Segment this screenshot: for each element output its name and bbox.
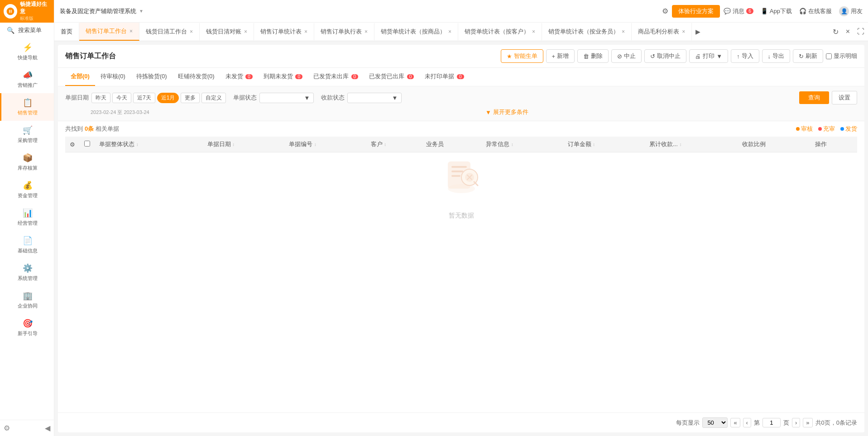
first-page-btn[interactable]: « xyxy=(730,418,740,427)
tab-product-margin-close[interactable]: × xyxy=(682,28,685,35)
review-action[interactable]: 审核 xyxy=(796,125,813,133)
set-btn[interactable]: 设置 xyxy=(832,91,857,104)
table-scroll[interactable]: ⚙ 单据整体状态 ↕ 单据日期 xyxy=(65,137,857,409)
delete-btn[interactable]: 🗑 删除 xyxy=(577,49,609,63)
tab-sales-stats-customer-close[interactable]: × xyxy=(532,28,535,35)
show-detail-checkbox[interactable] xyxy=(826,53,832,59)
sidebar-item-search[interactable]: 🔍 搜索菜单 xyxy=(0,23,54,38)
sidebar-item-enterprise[interactable]: 🏢 企业协同 xyxy=(0,286,54,314)
settings-icon[interactable]: ⚙ xyxy=(4,424,10,432)
export-btn[interactable]: ↓ 导出 xyxy=(762,49,791,63)
review-label: 审核 xyxy=(801,125,813,133)
tab-scroll-right[interactable]: ▶ xyxy=(692,28,704,35)
tab-cash-daily[interactable]: 钱货日清工作台 × xyxy=(139,23,200,40)
horizontal-scrollbar[interactable] xyxy=(65,409,857,412)
industry-btn[interactable]: 体验行业方案 xyxy=(672,5,720,18)
page-input[interactable] xyxy=(762,418,781,427)
svg-rect-2 xyxy=(451,166,467,168)
last-page-btn[interactable]: » xyxy=(803,418,812,427)
sidebar-item-marketing[interactable]: 📣 营销推广 xyxy=(0,66,54,93)
user-btn[interactable]: 👤 用友 xyxy=(839,6,863,16)
stop-btn[interactable]: ⊘ 中止 xyxy=(611,49,642,63)
tab-cash-reconcile-close[interactable]: × xyxy=(244,28,247,35)
tab-expand-icon[interactable]: ⛶ xyxy=(854,28,868,36)
sidebar-item-guide[interactable]: 🎯 新手引导 xyxy=(0,314,54,341)
th-status-sort[interactable]: ↕ xyxy=(136,142,139,147)
system-title-dropdown-icon[interactable]: ▼ xyxy=(139,9,144,14)
filter-payment-select[interactable]: ▼ xyxy=(347,93,402,103)
sidebar-item-inventory[interactable]: 📦 库存核算 xyxy=(0,148,54,176)
sidebar-item-quick-nav[interactable]: ⚡ 快捷导航 xyxy=(0,38,54,66)
query-btn[interactable]: 查询 xyxy=(799,91,829,104)
cancel-stop-btn[interactable]: ↺ 取消中止 xyxy=(644,49,686,63)
prev-page-btn[interactable]: ‹ xyxy=(743,418,751,427)
tab-sales-order-execute[interactable]: 销售订单执行表 × xyxy=(314,23,374,40)
sub-tab-all[interactable]: 全部(0) xyxy=(65,68,95,86)
print-btn[interactable]: 🖨 打印 ▼ xyxy=(689,49,728,63)
tab-cash-daily-close[interactable]: × xyxy=(190,28,193,35)
uncheck-action[interactable]: 充审 xyxy=(818,125,835,133)
sidebar-item-finance[interactable]: 💰 资金管理 xyxy=(0,176,54,204)
collapse-icon[interactable]: ◀ xyxy=(45,424,50,432)
tab-home[interactable]: 首页 xyxy=(54,23,79,40)
tab-sales-order-stats[interactable]: 销售订单统计表 × xyxy=(254,23,314,40)
add-btn[interactable]: + 新增 xyxy=(546,49,575,63)
date-btn-more[interactable]: 更多 xyxy=(181,93,200,103)
online-service-btn[interactable]: 🎧 在线客服 xyxy=(799,7,832,15)
tab-sales-workbench[interactable]: 销售订单工作台 × xyxy=(79,23,139,41)
date-btn-today[interactable]: 今天 xyxy=(112,93,131,103)
select-all-checkbox[interactable] xyxy=(84,141,90,147)
tab-sales-workbench-close[interactable]: × xyxy=(129,28,133,34)
th-date-sort[interactable]: ↕ xyxy=(232,142,235,147)
th-amount-sort[interactable]: ↕ xyxy=(593,142,595,147)
date-btn-custom[interactable]: 自定义 xyxy=(201,93,226,103)
date-btn-yesterday[interactable]: 昨天 xyxy=(91,93,110,103)
expand-conditions-btn[interactable]: ▼ 展开更多条件 xyxy=(157,108,857,116)
th-received-sort[interactable]: ↕ xyxy=(679,142,681,147)
smart-create-btn[interactable]: ★ 智能生单 xyxy=(501,49,543,63)
sub-tab-expired-not-shipped[interactable]: 到期未发货 0 xyxy=(258,68,308,86)
ship-action[interactable]: 发货 xyxy=(840,125,857,133)
sub-tab-not-shipped[interactable]: 未发货 0 xyxy=(220,68,258,86)
sidebar-item-sales[interactable]: 📋 销售管理 xyxy=(0,93,54,121)
tab-sales-stats-staff-close[interactable]: × xyxy=(622,28,625,35)
date-btn-7days[interactable]: 近7天 xyxy=(133,93,155,103)
enterprise-icon: 🏢 xyxy=(23,291,33,301)
import-btn[interactable]: ↑ 导入 xyxy=(731,49,759,63)
refresh-btn[interactable]: ↻ 刷新 xyxy=(793,49,823,63)
filter-status-select[interactable]: ▼ xyxy=(259,93,314,103)
th-number-sort[interactable]: ↕ xyxy=(314,142,317,147)
tab-refresh-icon[interactable]: ↻ xyxy=(829,28,842,36)
tab-product-margin[interactable]: 商品毛利分析表 × xyxy=(632,23,692,40)
sidebar-item-basic-info[interactable]: 📄 基础信息 xyxy=(0,231,54,259)
message-icon: 💬 xyxy=(724,8,731,14)
sub-tab-not-printed[interactable]: 未打印单据 0 xyxy=(419,68,469,86)
app-download-btn[interactable]: 📱 App下载 xyxy=(761,7,792,15)
tab-close-all-icon[interactable]: × xyxy=(842,28,854,36)
sub-tab-wangpu[interactable]: 旺铺待发货(0) xyxy=(173,68,220,86)
uncheck-label: 充审 xyxy=(823,125,835,133)
tab-cash-reconcile[interactable]: 钱货日清对账 × xyxy=(200,23,254,40)
th-exception-sort[interactable]: ↕ xyxy=(511,142,513,147)
tab-sales-stats-product[interactable]: 销货单统计表（按商品） × xyxy=(374,23,458,40)
sub-tab-pending-inspect[interactable]: 待拣验货(0) xyxy=(131,68,173,86)
sub-tab-pending-review[interactable]: 待审核(0) xyxy=(95,68,131,86)
system-title-text: 装备及固定资产辅助管理系统 xyxy=(60,7,136,15)
page-size-select[interactable]: 50 10 20 100 xyxy=(702,417,728,428)
message-btn[interactable]: 💬 消息 6 xyxy=(724,7,753,15)
tab-sales-stats-customer[interactable]: 销货单统计表（按客户） × xyxy=(458,23,542,40)
sidebar-item-operations[interactable]: 📊 经营管理 xyxy=(0,204,54,231)
sub-tab-shipped-not-in[interactable]: 已发货未出库 0 xyxy=(308,68,364,86)
sidebar-item-purchase[interactable]: 🛒 采购管理 xyxy=(0,121,54,148)
tab-sales-order-stats-close[interactable]: × xyxy=(304,28,307,35)
sidebar-item-system[interactable]: ⚙️ 系统管理 xyxy=(0,259,54,286)
tab-sales-stats-product-close[interactable]: × xyxy=(448,28,451,35)
tab-sales-order-execute-close[interactable]: × xyxy=(364,28,368,35)
next-page-btn[interactable]: › xyxy=(792,418,800,427)
column-settings-icon[interactable]: ⚙ xyxy=(70,141,75,148)
header-gear-icon[interactable]: ⚙ xyxy=(662,7,668,15)
th-customer-sort[interactable]: ↕ xyxy=(384,142,386,147)
date-btn-1month[interactable]: 近1月 xyxy=(157,93,179,103)
sub-tab-shipped-out[interactable]: 已发货已出库 0 xyxy=(364,68,419,86)
tab-sales-stats-staff[interactable]: 销货单统计表（按业务员） × xyxy=(542,23,632,40)
